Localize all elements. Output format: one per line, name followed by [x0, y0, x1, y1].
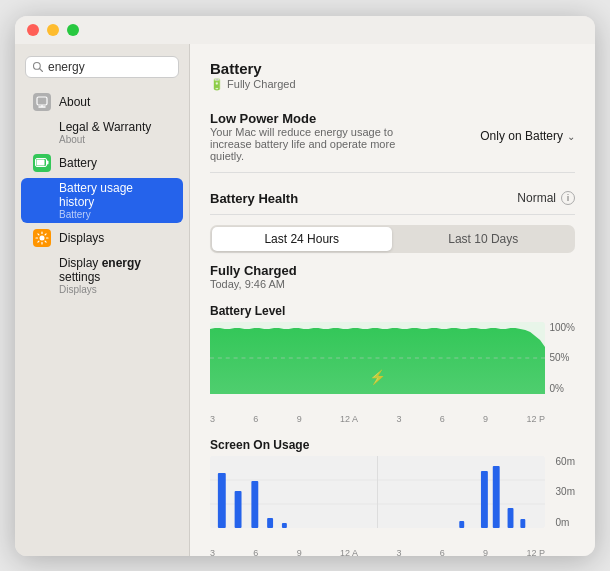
svg-rect-7	[37, 160, 45, 166]
screen-x-6: 6	[253, 548, 258, 556]
sidebar-item-about[interactable]: About	[21, 89, 183, 115]
charge-status-time: Today, 9:46 AM	[210, 278, 575, 290]
svg-rect-2	[37, 97, 47, 105]
search-input[interactable]	[48, 60, 198, 74]
sidebar-item-battery-usage-history[interactable]: Battery usage history Battery	[21, 178, 183, 223]
display-energy-parent: Displays	[59, 284, 171, 295]
screen-x-3b: 3	[396, 548, 401, 556]
svg-rect-34	[520, 519, 525, 528]
tab-last-10-days[interactable]: Last 10 Days	[394, 227, 574, 251]
legal-parent: About	[59, 134, 171, 145]
screen-x-12a: 12 A	[340, 548, 358, 556]
low-power-mode-dropdown[interactable]: Only on Battery ⌄	[480, 129, 575, 143]
svg-rect-6	[47, 161, 49, 165]
battery-y-0: 0%	[549, 383, 575, 394]
displays-label: Displays	[59, 231, 104, 245]
sidebar: ✕ About Legal & Warranty About	[15, 44, 190, 556]
svg-rect-32	[493, 466, 500, 528]
svg-rect-25	[218, 473, 226, 528]
battery-x-6b: 6	[440, 414, 445, 424]
tab-last-24-hours[interactable]: Last 24 Hours	[212, 227, 392, 251]
battery-health-label: Battery Health	[210, 191, 298, 206]
screen-chart-container: 60m 30m 0m	[210, 456, 575, 546]
svg-rect-28	[267, 518, 273, 528]
low-power-mode-title: Low Power Mode	[210, 111, 430, 126]
svg-rect-29	[282, 523, 287, 528]
battery-icon	[33, 154, 51, 172]
time-range-tabs[interactable]: Last 24 Hours Last 10 Days	[210, 225, 575, 253]
screen-x-9: 9	[297, 548, 302, 556]
screen-on-usage-chart: Screen On Usage	[210, 438, 575, 556]
svg-line-13	[38, 233, 39, 234]
sidebar-item-battery[interactable]: Battery	[21, 150, 183, 176]
sidebar-item-displays[interactable]: Displays	[21, 225, 183, 251]
battery-chart-xaxis: 3 6 9 12 A 3 6 9 12 P	[210, 414, 575, 424]
window-content: ✕ About Legal & Warranty About	[15, 44, 595, 556]
svg-rect-33	[508, 508, 514, 528]
main-panel: Battery 🔋 Fully Charged Low Power Mode Y…	[190, 44, 595, 556]
screen-x-12p: 12 P	[526, 548, 545, 556]
battery-x-9: 9	[297, 414, 302, 424]
battery-x-9b: 9	[483, 414, 488, 424]
charge-status-label: Fully Charged	[210, 263, 575, 278]
battery-chart-title: Battery Level	[210, 304, 575, 318]
battery-x-3: 3	[210, 414, 215, 424]
displays-icon	[33, 229, 51, 247]
svg-rect-26	[235, 491, 242, 528]
screen-chart-svg	[210, 456, 545, 528]
svg-point-8	[40, 235, 45, 240]
low-power-mode-value: Only on Battery	[480, 129, 563, 143]
screen-chart-xaxis: 3 6 9 12 A 3 6 9 12 P	[210, 548, 575, 556]
low-power-mode-row: Low Power Mode Your Mac will reduce ener…	[210, 101, 575, 173]
svg-rect-27	[251, 481, 258, 528]
screen-x-3: 3	[210, 548, 215, 556]
display-energy-label: Display energy settings	[59, 256, 171, 284]
sidebar-item-legal[interactable]: Legal & Warranty About	[21, 117, 183, 148]
battery-x-12a: 12 A	[340, 414, 358, 424]
sidebar-item-display-energy[interactable]: Display energy settings Displays	[21, 253, 183, 298]
battery-usage-parent: Battery	[59, 209, 171, 220]
low-power-mode-left: Low Power Mode Your Mac will reduce ener…	[210, 111, 430, 162]
battery-chart-svg: ⚡	[210, 322, 545, 394]
battery-x-3b: 3	[396, 414, 401, 424]
titlebar	[15, 16, 595, 44]
screen-y-30m: 30m	[556, 486, 575, 497]
battery-subitems: Battery usage history Battery	[15, 177, 189, 224]
system-preferences-window: ✕ About Legal & Warranty About	[15, 16, 595, 556]
battery-health-row: Battery Health Normal i	[210, 183, 575, 215]
panel-header: Battery 🔋 Fully Charged	[210, 60, 575, 91]
legal-label: Legal & Warranty	[59, 120, 171, 134]
battery-chart-area: ⚡	[210, 322, 545, 394]
svg-line-1	[40, 68, 43, 71]
screen-y-0m: 0m	[556, 517, 575, 528]
screen-chart-area	[210, 456, 545, 528]
svg-line-14	[45, 241, 46, 242]
battery-level-chart: Battery Level	[210, 304, 575, 424]
battery-health-value: Normal	[517, 191, 556, 205]
screen-x-9b: 9	[483, 548, 488, 556]
panel-subtitle: 🔋 Fully Charged	[210, 78, 575, 91]
screen-x-6b: 6	[440, 548, 445, 556]
battery-x-6: 6	[253, 414, 258, 424]
battery-y-100: 100%	[549, 322, 575, 333]
dropdown-chevron-icon: ⌄	[567, 131, 575, 142]
battery-x-12p: 12 P	[526, 414, 545, 424]
charge-status: Fully Charged Today, 9:46 AM	[210, 263, 575, 290]
svg-rect-30	[459, 521, 464, 528]
battery-chart-y-labels: 100% 50% 0%	[549, 322, 575, 394]
close-button[interactable]	[27, 24, 39, 36]
about-icon	[33, 93, 51, 111]
minimize-button[interactable]	[47, 24, 59, 36]
screen-chart-y-labels: 60m 30m 0m	[556, 456, 575, 528]
battery-label: Battery	[59, 156, 97, 170]
battery-usage-label: Battery usage history	[59, 181, 171, 209]
maximize-button[interactable]	[67, 24, 79, 36]
battery-y-50: 50%	[549, 352, 575, 363]
svg-line-16	[38, 241, 39, 242]
svg-line-15	[45, 233, 46, 234]
screen-chart-title: Screen On Usage	[210, 438, 575, 452]
search-box[interactable]: ✕	[25, 56, 179, 78]
search-icon	[32, 61, 44, 73]
battery-chart-container: ⚡ 100% 50% 0%	[210, 322, 575, 412]
info-icon[interactable]: i	[561, 191, 575, 205]
